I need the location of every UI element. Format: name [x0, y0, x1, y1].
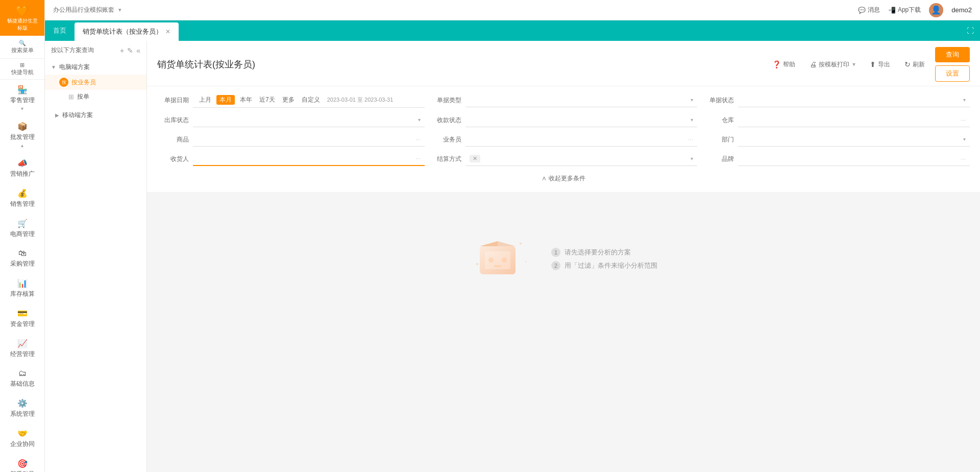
inventory-icon: 📊: [17, 278, 28, 288]
date-tab-last7[interactable]: 近7天: [257, 95, 277, 105]
date-tab-this-year[interactable]: 本年: [238, 95, 254, 105]
schema-group-desktop: ▼ 电脑端方案 按 按业务员 ⊞ 按单: [45, 58, 146, 106]
date-tab-last-month[interactable]: 上月: [197, 95, 213, 105]
left-panel-header: 按以下方案查询 + ✎ «: [45, 41, 146, 58]
recv-status-control[interactable]: ▾: [465, 113, 697, 127]
brand-dots: ···: [961, 155, 966, 162]
receiver-control[interactable]: ···: [193, 152, 425, 166]
help-btn[interactable]: ❓ 帮助: [768, 58, 799, 71]
date-tab-more[interactable]: 更多: [280, 95, 297, 105]
date-tab-custom[interactable]: 自定义: [300, 95, 322, 105]
date-control[interactable]: 上月 本月 本年 近7天 更多 自定义 2023-03-01 至 2023-03…: [193, 92, 425, 108]
sidebar-item-wholesale[interactable]: 📦 批发管理 ▲: [0, 116, 44, 153]
wholesale-label: 批发管理: [10, 133, 35, 141]
svg-point-3: [502, 257, 507, 263]
sidebar-item-marketing[interactable]: 📣 营销推广: [0, 153, 44, 183]
sales-label: 销售管理: [10, 200, 35, 208]
salesman-control[interactable]: ···: [465, 132, 697, 147]
dropdown-account-label[interactable]: 办公用品行业模拟账套: [53, 6, 114, 14]
tab-bar: 首页 销货单统计表（按业务员） ✕ ⛶: [45, 20, 980, 41]
sidebar-item-sales[interactable]: 💰 销售管理: [0, 183, 44, 214]
empty-hint-2: 2 用「过滤」条件来缩小分析范围: [551, 261, 657, 270]
basic-label: 基础信息: [10, 380, 35, 388]
hint-num-2: 2: [551, 261, 560, 270]
date-tab-this-month[interactable]: 本月: [216, 95, 235, 105]
sidebar-item-retail[interactable]: 🏪 零售管理 ▼: [0, 80, 44, 116]
tab-sales-stat[interactable]: 销货单统计表（按业务员） ✕: [75, 22, 179, 41]
sidebar-item-purchase[interactable]: 🛍 采购管理: [0, 244, 44, 273]
filter-row-2: 出库状态 ▾ 收款状态 ▾ 仓库 ···: [157, 113, 970, 127]
warehouse-control[interactable]: ···: [738, 113, 970, 127]
sidebar-item-inventory[interactable]: 📊 库存核算: [0, 273, 44, 303]
app-download-icon: 📲: [888, 7, 896, 14]
settle-label: 结算方式: [425, 155, 465, 163]
sidebar-nav-quick[interactable]: ⊞ 快捷导航: [0, 59, 44, 80]
brand-control[interactable]: ···: [738, 152, 970, 166]
sidebar: 🧡 畅捷通好生意 标版 🔍 搜索菜单 ⊞ 快捷导航 🏪 零售管理 ▼ 📦 批发管…: [0, 0, 45, 472]
message-btn[interactable]: 💬 消息: [858, 6, 880, 14]
page-title: 销货单统计表(按业务员): [157, 58, 255, 70]
dropdown-arrow-icon[interactable]: ▾: [118, 7, 121, 13]
sidebar-item-cooperation[interactable]: 🤝 企业协同: [0, 423, 44, 454]
print-dropdown-arrow[interactable]: ▾: [852, 61, 855, 68]
tab-sales-stat-label: 销货单统计表（按业务员）: [83, 27, 162, 36]
collapse-conditions-btn[interactable]: ∧ 收起更多条件: [157, 171, 970, 186]
app-download-btn[interactable]: 📲 App下载: [888, 6, 921, 14]
add-schema-btn[interactable]: +: [120, 46, 124, 55]
warehouse-dots: ···: [961, 116, 966, 124]
salesman-label: 业务员: [425, 135, 465, 144]
dept-arrow: ▾: [963, 136, 966, 142]
svg-point-5: [520, 243, 522, 245]
settle-control[interactable]: ✕ ▾: [465, 152, 697, 166]
logo-text: 畅捷通好生意 标版: [2, 17, 42, 32]
user-avatar[interactable]: 👤: [929, 3, 943, 17]
doc-status-arrow: ▾: [963, 97, 966, 103]
out-status-control[interactable]: ▾: [193, 113, 425, 127]
print-btn[interactable]: 🖨 按模板打印 ▾: [805, 58, 860, 71]
retail-label: 零售管理: [10, 96, 35, 105]
collapse-panel-btn[interactable]: «: [136, 46, 140, 55]
page-actions: ❓ 帮助 🖨 按模板打印 ▾ ⬆ 导出 ↻ 刷新: [768, 47, 970, 82]
sidebar-item-newbie[interactable]: 🎯 新手引导: [0, 454, 44, 472]
refresh-btn[interactable]: ↻ 刷新: [900, 58, 929, 71]
export-btn[interactable]: ⬆ 导出: [866, 58, 894, 71]
wholesale-icon: 📦: [17, 122, 28, 131]
empty-state: 1 请先选择要分析的方案 2 用「过滤」条件来缩小分析范围: [147, 193, 980, 325]
filter-row-4: 收货人 ··· 结算方式 ✕ ▾ 品牌: [157, 152, 970, 166]
recv-status-label: 收款状态: [425, 116, 465, 125]
edit-schema-btn[interactable]: ✎: [127, 46, 133, 55]
goods-control[interactable]: ···: [193, 132, 425, 147]
panel-header-label: 按以下方案查询: [51, 46, 94, 55]
schema-group-desktop-header[interactable]: ▼ 电脑端方案: [45, 60, 146, 75]
settle-tag-clear[interactable]: ✕: [473, 155, 477, 162]
tab-expand-btn[interactable]: ⛶: [961, 27, 980, 35]
schema-item-salesman[interactable]: 按 按业务员: [45, 75, 146, 90]
doc-status-control[interactable]: ▾: [738, 93, 970, 107]
sidebar-item-ops[interactable]: 📈 经营管理: [0, 334, 44, 364]
dept-control[interactable]: ▾: [738, 132, 970, 147]
doc-type-control[interactable]: ▾: [465, 93, 697, 107]
setup-btn[interactable]: 设置: [935, 65, 970, 82]
sidebar-item-system[interactable]: ⚙️ 系统管理: [0, 393, 44, 423]
print-label: 按模板打印: [819, 60, 849, 69]
salesman-schema-icon: 按: [59, 78, 68, 87]
collapse-label: 收起更多条件: [549, 175, 585, 182]
ops-icon: 📈: [17, 339, 28, 348]
content-wrapper: 按以下方案查询 + ✎ « ▼ 电脑端方案 按 按业务员 ⊞ 按: [45, 41, 980, 472]
sidebar-item-ecommerce[interactable]: 🛒 电商管理: [0, 214, 44, 244]
doc-status-label: 单据状态: [697, 96, 738, 105]
sidebar-item-finance[interactable]: 💳 资金管理: [0, 303, 44, 334]
schema-group-mobile-header[interactable]: ▶ 移动端方案: [45, 108, 146, 123]
sidebar-item-basic[interactable]: 🗂 基础信息: [0, 364, 44, 393]
filter-area: 单据日期 上月 本月 本年 近7天 更多 自定义 2023-03-01 至 20…: [147, 86, 980, 193]
username-label[interactable]: demo2: [951, 6, 972, 14]
tab-close-icon[interactable]: ✕: [165, 28, 170, 35]
svg-rect-4: [494, 265, 501, 267]
query-btn[interactable]: 查询: [935, 47, 970, 62]
tab-home[interactable]: 首页: [45, 20, 75, 41]
doc-type-label: 单据类型: [425, 96, 465, 105]
sidebar-logo[interactable]: 🧡 畅捷通好生意 标版: [0, 0, 44, 36]
empty-hint-1: 1 请先选择要分析的方案: [551, 248, 657, 257]
schema-sub-item-order[interactable]: ⊞ 按单: [45, 90, 146, 104]
sidebar-search[interactable]: 🔍 搜索菜单: [0, 36, 44, 59]
